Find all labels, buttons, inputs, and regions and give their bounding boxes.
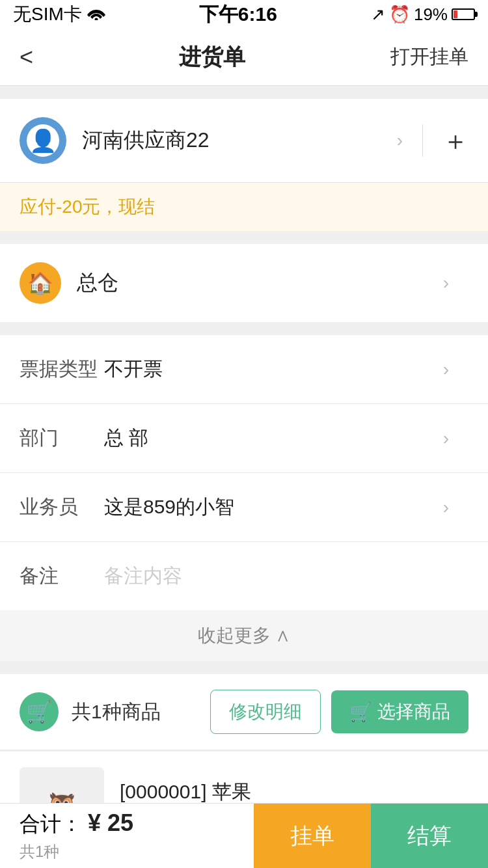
dept-label: 部门 [20, 425, 104, 452]
dept-chevron-icon: › [443, 428, 449, 449]
sales-label: 业务员 [20, 494, 104, 521]
sales-chevron-icon: › [443, 497, 449, 518]
invoice-chevron-icon: › [443, 359, 449, 380]
total-area: 合计： ¥ 25 共1种 [0, 804, 254, 868]
remark-row[interactable]: 备注 备注内容 [0, 542, 488, 610]
product-title: 苹果 [212, 781, 251, 802]
suspend-button[interactable]: 挂单 [254, 804, 371, 868]
products-header: 🛒 共1种商品 修改明细 🛒 选择商品 [0, 674, 488, 750]
products-icon-wrap: 🛒 [20, 692, 59, 731]
carrier-label: 无SIM卡 [13, 2, 82, 27]
divider-4 [0, 661, 488, 674]
total-amount: ¥ 25 [88, 809, 133, 836]
supplier-name: 河南供应商22 [82, 126, 397, 155]
wifi-icon [87, 4, 105, 25]
status-time: 下午6:16 [199, 1, 277, 28]
location-icon: ↗ [371, 5, 385, 25]
edit-detail-button[interactable]: 修改明细 [210, 690, 321, 734]
status-bar: 无SIM卡 下午6:16 ↗ ⏰ 19% [0, 0, 488, 29]
product-name: [0000001] 苹果 [120, 779, 437, 806]
select-product-icon: 🛒 [349, 701, 372, 723]
total-line: 合计： ¥ 25 [20, 809, 234, 839]
invoice-row[interactable]: 票据类型 不开票 › [0, 335, 488, 404]
person-icon: 👤 [29, 128, 57, 154]
products-icon: 🛒 [26, 699, 52, 724]
supplier-notice: 应付-20元，现结 [0, 183, 488, 231]
sales-row[interactable]: 业务员 这是859的小智 › [0, 473, 488, 542]
battery-percent: 19% [414, 5, 448, 25]
battery-icon [452, 8, 475, 20]
checkout-button[interactable]: 结算 [371, 804, 488, 868]
supplier-chevron-icon: › [397, 130, 403, 151]
product-code: [0000001] [120, 781, 206, 802]
warehouse-chevron-icon: › [443, 273, 449, 293]
supplier-avatar: 👤 [20, 117, 66, 164]
select-product-label: 选择商品 [377, 699, 450, 724]
warehouse-icon: 🏠 [27, 271, 53, 295]
total-sub: 共1种 [20, 841, 234, 862]
divider-1 [0, 86, 488, 99]
svg-point-0 [94, 18, 98, 21]
supplier-section: 👤 河南供应商22 › ＋ 应付-20元，现结 [0, 99, 488, 231]
collapse-bar[interactable]: 收起更多 ∧ [0, 610, 488, 661]
bottom-bar: 合计： ¥ 25 共1种 挂单 结算 [0, 803, 488, 868]
dept-row[interactable]: 部门 总 部 › [0, 404, 488, 473]
status-right: ↗ ⏰ 19% [371, 5, 475, 25]
page-title: 进货单 [179, 42, 245, 72]
warehouse-label: 总仓 [77, 269, 443, 297]
alarm-icon: ⏰ [389, 5, 410, 25]
divider-3 [0, 322, 488, 335]
sales-value: 这是859的小智 [104, 494, 443, 521]
products-count: 共1种商品 [72, 699, 210, 726]
nav-bar: < 进货单 打开挂单 [0, 29, 488, 86]
status-left: 无SIM卡 [13, 2, 105, 27]
dept-value: 总 部 [104, 425, 443, 452]
warehouse-icon-wrap: 🏠 [20, 262, 61, 304]
select-product-button[interactable]: 🛒 选择商品 [331, 690, 468, 733]
warehouse-row[interactable]: 🏠 总仓 › [0, 244, 488, 322]
invoice-value: 不开票 [104, 356, 443, 383]
supplier-row[interactable]: 👤 河南供应商22 › ＋ [0, 99, 488, 183]
remark-input[interactable]: 备注内容 [104, 563, 468, 590]
add-supplier-button[interactable]: ＋ [442, 123, 468, 159]
warehouse-section: 🏠 总仓 › [0, 244, 488, 322]
open-pending-button[interactable]: 打开挂单 [390, 44, 468, 70]
vertical-divider [422, 124, 423, 157]
divider-2 [0, 231, 488, 244]
total-label: 合计： [20, 812, 82, 835]
remark-label: 备注 [20, 563, 104, 590]
invoice-label: 票据类型 [20, 356, 104, 383]
form-section: 票据类型 不开票 › 部门 总 部 › 业务员 这是859的小智 › 备注 备注… [0, 335, 488, 610]
back-button[interactable]: < [20, 44, 33, 71]
